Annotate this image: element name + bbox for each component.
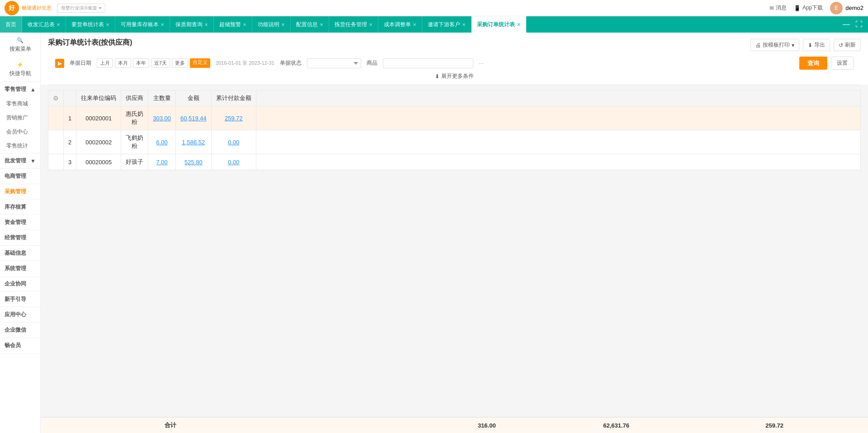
date-btn-more[interactable]: 更多 <box>172 58 188 68</box>
sidebar-header-changhui[interactable]: 畅会员 <box>0 338 40 353</box>
row-settings[interactable] <box>48 130 64 154</box>
qty-link[interactable]: 7.00 <box>156 159 167 166</box>
app-download-action[interactable]: 📱 App下载 <box>794 4 823 12</box>
tab-home[interactable]: 首页 <box>0 16 22 33</box>
footer-bar: 合计 316.00 62,631.76 259.72 <box>41 417 868 433</box>
paid-link[interactable]: 259.72 <box>225 115 243 122</box>
sidebar-header-dianshang[interactable]: 电商管理 <box>0 169 40 184</box>
tab-chaochu[interactable]: 超储预警 ✕ <box>214 16 252 33</box>
close-icon[interactable]: ✕ <box>106 22 109 27</box>
status-select[interactable] <box>307 58 361 68</box>
row-settings[interactable] <box>48 106 64 130</box>
setting-button[interactable]: 设置 <box>831 57 854 70</box>
close-icon[interactable]: ✕ <box>413 22 416 27</box>
expand-more-row[interactable]: ⬇ 展开更多条件 <box>55 72 854 80</box>
tab-chengben[interactable]: 成本调整单 ✕ <box>378 16 422 33</box>
tab-yaohuo[interactable]: 要货单统计表 ✕ <box>66 16 115 33</box>
expand-arrow[interactable]: ▶ <box>55 59 64 68</box>
sidebar-header-zeroshop[interactable]: 零售管理 ▲ <box>0 82 40 97</box>
table-row: 100020001惠氏奶粉303.0060,519.44259.72 <box>48 106 861 130</box>
row-settings[interactable] <box>48 154 64 170</box>
tab-baozhi[interactable]: 保质期查询 ✕ <box>170 16 214 33</box>
goods-more-icon[interactable]: ··· <box>479 60 484 67</box>
amount-link[interactable]: 1,586.52 <box>182 139 205 146</box>
sidebar-header-jichu[interactable]: 基础信息 <box>0 246 40 261</box>
sidebar-header-pifa[interactable]: 批发管理 ▼ <box>0 153 40 168</box>
close-icon[interactable]: ✕ <box>462 22 466 27</box>
sidebar-header-zijin[interactable]: 资金管理 <box>0 215 40 230</box>
main-layout: 🔍 搜索菜单 ⚡ 快捷导航 零售管理 ▲ 零售商城 营销推广 会员中心 零售统计… <box>0 33 868 433</box>
row-amount[interactable]: 525.80 <box>176 154 212 170</box>
sidebar-header-caigou[interactable]: 采购管理 <box>0 184 40 199</box>
sidebar-header-qiye[interactable]: 企业协同 <box>0 276 40 291</box>
sidebar-subitem-zerototj[interactable]: 零售统计 <box>0 139 40 153</box>
expand-more-label: 展开更多条件 <box>441 72 474 80</box>
tab-yaoqing[interactable]: 邀请下游客户 ✕ <box>422 16 472 33</box>
row-paid-amount[interactable]: 0.00 <box>211 130 256 154</box>
tab-kucun[interactable]: 可用量库存账本 ✕ <box>115 16 170 33</box>
nav-maximize-icon[interactable]: ⛶ <box>854 20 864 29</box>
qty-link[interactable]: 303.00 <box>153 115 171 122</box>
user-area[interactable]: E demo2 <box>830 2 863 14</box>
amount-link[interactable]: 60,519.44 <box>180 115 207 122</box>
close-icon[interactable]: ✕ <box>369 22 373 27</box>
close-icon[interactable]: ✕ <box>517 22 520 27</box>
sidebar-header-kucunhesuan[interactable]: 库存核算 <box>0 200 40 214</box>
date-btn-lastmonth[interactable]: 上月 <box>97 58 113 68</box>
sidebar-header-xitong[interactable]: 系统管理 <box>0 261 40 276</box>
sidebar-header-qiyeweixin[interactable]: 企业微信 <box>0 323 40 338</box>
row-paid-amount[interactable]: 0.00 <box>211 154 256 170</box>
gear-icon[interactable]: ⚙ <box>53 95 59 102</box>
date-btn-thismonth[interactable]: 本月 <box>115 58 131 68</box>
sidebar-item-quicknav[interactable]: ⚡ 快捷导航 <box>0 57 40 81</box>
sidebar-subitem-huiyuan[interactable]: 会员中心 <box>0 125 40 139</box>
row-amount[interactable]: 60,519.44 <box>176 106 212 130</box>
row-amount[interactable]: 1,586.52 <box>176 130 212 154</box>
row-qty[interactable]: 7.00 <box>148 154 176 170</box>
nav-minimize-icon[interactable]: — <box>841 20 852 29</box>
close-icon[interactable]: ✕ <box>204 22 208 27</box>
date-btn-thisyear[interactable]: 本年 <box>133 58 149 68</box>
sidebar-subitem-zeroshangcheng[interactable]: 零售商城 <box>0 97 40 111</box>
date-range-area: 2016-01-01 至 2023-12-31 <box>216 60 274 67</box>
sidebar-header-yingyong[interactable]: 应用中心 <box>0 307 40 322</box>
row-paid-amount[interactable]: 259.72 <box>211 106 256 130</box>
row-extra <box>256 154 860 170</box>
close-icon[interactable]: ✕ <box>320 22 323 27</box>
sidebar: 🔍 搜索菜单 ⚡ 快捷导航 零售管理 ▲ 零售商城 营销推广 会员中心 零售统计… <box>0 33 41 433</box>
close-icon[interactable]: ✕ <box>57 22 60 27</box>
paid-link[interactable]: 0.00 <box>228 139 239 146</box>
message-action[interactable]: ✉ 消息 <box>769 4 787 12</box>
template-print-button[interactable]: 🖨 按模板打印 ▾ <box>750 39 799 51</box>
query-button[interactable]: 查询 <box>799 57 827 70</box>
logo-text: 畅捷通好生意 <box>22 5 52 11</box>
col-supplier: 供应商 <box>121 90 148 106</box>
refresh-button[interactable]: ↺ 刷新 <box>834 39 861 51</box>
tab-shoufahui[interactable]: 收发汇总表 ✕ <box>22 16 66 33</box>
sidebar-header-jingying[interactable]: 经营管理 <box>0 230 40 245</box>
date-btn-7days[interactable]: 近7天 <box>151 58 170 68</box>
sidebar-header-xinshou[interactable]: 新手引导 <box>0 292 40 307</box>
sidebar-item-search[interactable]: 🔍 搜索菜单 <box>0 33 40 57</box>
close-icon[interactable]: ✕ <box>160 22 164 27</box>
col-extra <box>256 90 860 106</box>
tab-zhihuo[interactable]: 拣货任务管理 ✕ <box>329 16 378 33</box>
footer-label: 合计 <box>84 421 257 429</box>
paid-link[interactable]: 0.00 <box>228 159 239 166</box>
workspace-selector[interactable]: 母婴行业演示账套 ▾ <box>57 4 105 13</box>
row-qty[interactable]: 6.00 <box>148 130 176 154</box>
goods-input[interactable] <box>383 58 473 68</box>
close-icon[interactable]: ✕ <box>281 22 285 27</box>
date-custom-badge[interactable]: 自定义 <box>190 58 210 68</box>
tab-peizhi[interactable]: 配置信息 ✕ <box>291 16 329 33</box>
tab-caigou[interactable]: 采购订单统计表 ✕ <box>472 16 526 33</box>
row-num: 2 <box>64 130 76 154</box>
tab-gongneng[interactable]: 功能说明 ✕ <box>252 16 291 33</box>
export-button[interactable]: ⬇ 导出 <box>803 39 830 51</box>
row-qty[interactable]: 303.00 <box>148 106 176 130</box>
chevron-down-icon: ▼ <box>30 158 36 164</box>
close-icon[interactable]: ✕ <box>243 22 246 27</box>
sidebar-subitem-yingxiao[interactable]: 营销推广 <box>0 111 40 125</box>
amount-link[interactable]: 525.80 <box>184 159 203 166</box>
qty-link[interactable]: 6.00 <box>156 139 167 146</box>
